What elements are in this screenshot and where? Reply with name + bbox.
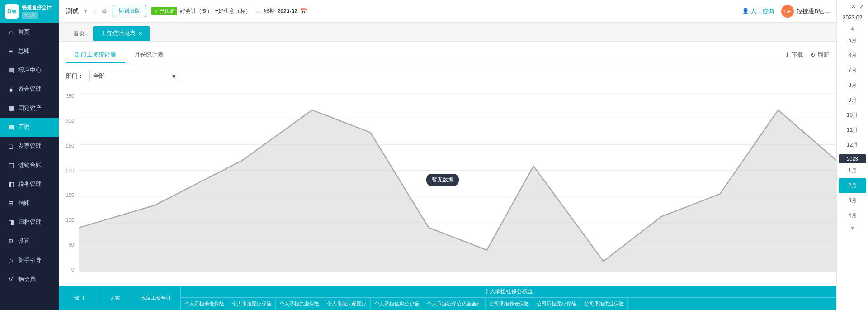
- sidebar-item-sales[interactable]: ◫ 进销台账: [0, 156, 59, 175]
- assets-icon: ▦: [7, 105, 14, 112]
- month-2023-2[interactable]: 2月: [839, 178, 866, 193]
- scroll-up-icon[interactable]: ▲: [837, 23, 868, 33]
- topbar-title: 测试: [66, 7, 79, 15]
- switch-version-button[interactable]: 切到旧版: [113, 5, 146, 17]
- tab-home[interactable]: 首页: [66, 26, 92, 41]
- sidebar-item-guide[interactable]: ▷ 新手引导: [0, 251, 59, 270]
- th-dept: 部门: [59, 286, 99, 310]
- sidebar-item-close[interactable]: ⊟ 结账: [0, 194, 59, 213]
- sales-icon: ◫: [7, 162, 14, 169]
- close-account-icon: ⊟: [7, 200, 14, 207]
- status-area: ✓ 已认证 好会计（专） +好生意（标） +... 账期 2023-02 📅: [151, 7, 307, 15]
- tax-icon: ◧: [7, 181, 14, 188]
- select-arrow-icon: ▾: [172, 73, 175, 80]
- month-8[interactable]: 8月: [837, 78, 868, 93]
- month-5[interactable]: 5月: [837, 33, 868, 48]
- th-personal-total: 个人承担社保公积金合计: [423, 298, 486, 310]
- download-icon: ⬇: [785, 52, 790, 58]
- filter-row: 部门： 全部 ▾: [59, 63, 836, 89]
- refresh-icon: ↻: [811, 52, 816, 58]
- logo-text: 畅捷通好会计 专业版: [22, 4, 52, 19]
- content-area: 部门工资统计表 月份统计表 ⬇ 下载 ↻ 刷新 部门： 全部 ▾: [59, 42, 836, 310]
- th-count: 人数: [99, 286, 131, 310]
- sidebar-item-salary[interactable]: ▤ 工资: [0, 118, 59, 137]
- scroll-down-icon[interactable]: ▼: [837, 223, 868, 233]
- sidebar-logo: 好会 畅捷通好会计 专业版: [0, 0, 59, 23]
- tab-bar: 首页 工资统计报表 ✕: [59, 23, 836, 42]
- sidebar-item-archive[interactable]: ◨ 归档管理: [0, 213, 59, 232]
- sidebar-item-reports[interactable]: ▤ 报表中心: [0, 61, 59, 80]
- month-7[interactable]: 7月: [837, 63, 868, 78]
- username-label: 轻捷通B组...: [797, 7, 829, 15]
- calendar-icon[interactable]: 📅: [300, 8, 307, 14]
- consult-link[interactable]: 👤 人工咨询: [742, 7, 774, 15]
- logo-icon: 好会: [5, 4, 19, 19]
- month-10[interactable]: 10月: [837, 108, 868, 123]
- subtab-bar: 部门工资统计表 月份统计表 ⬇ 下载 ↻ 刷新: [59, 42, 836, 63]
- panel-close-icon[interactable]: ✕: [851, 3, 856, 10]
- user-menu[interactable]: CE 轻捷通B组...: [781, 5, 829, 18]
- more-label: +...: [254, 8, 261, 14]
- sidebar-item-funds[interactable]: ◈ 资金管理: [0, 80, 59, 99]
- archive-icon: ◨: [7, 219, 14, 226]
- refresh-button[interactable]: ↻ 刷新: [811, 51, 829, 59]
- month-2023-4[interactable]: 4月: [837, 208, 868, 223]
- sidebar-item-tax[interactable]: ◧ 税务管理: [0, 175, 59, 194]
- th-personal-pension: 个人承担养老保险: [181, 298, 228, 310]
- sidebar-item-ledger[interactable]: ≡ 总账: [0, 42, 59, 61]
- plus-icon[interactable]: +: [93, 8, 96, 14]
- right-panel: ✕ ⤢ 2023.02 ▲ 5月 6月 7月 8月 9月 10月 11月 12月…: [836, 0, 868, 310]
- month-11[interactable]: 11月: [837, 123, 868, 138]
- th-group-personal-insurance: 个人承担社保公积金 个人承担养老保险 个人承担医疗保险 个人承担失业保险 个人承…: [181, 286, 836, 310]
- dropdown-arrow-icon[interactable]: ▾: [84, 8, 87, 14]
- year-2023-section: 2023: [839, 154, 866, 163]
- main-area: 测试 ▾ + ⚙ 切到旧版 ✓ 已认证 好会计（专） +好生意（标） +... …: [59, 0, 836, 310]
- y-axis: 350 300 250 200 150 100 50 0: [59, 93, 77, 272]
- th-personal-unemployment: 个人承担失业保险: [276, 298, 323, 310]
- year-label: 2023.02: [837, 13, 868, 23]
- chart-area: 350 300 250 200 150 100 50 0: [59, 89, 836, 286]
- th-total-salary: 应发工资合计: [131, 286, 181, 310]
- dept-select[interactable]: 全部 ▾: [89, 69, 179, 83]
- month-2023-3[interactable]: 3月: [837, 193, 868, 208]
- tab-close-icon[interactable]: ✕: [138, 31, 142, 37]
- sidebar-item-settings[interactable]: ⚙ 设置: [0, 232, 59, 251]
- sidebar-item-member[interactable]: V 畅会员: [0, 270, 59, 289]
- sidebar-item-home[interactable]: ⌂ 首页: [0, 23, 59, 42]
- home-icon: ⌂: [7, 29, 14, 36]
- reports-icon: ▤: [7, 67, 14, 74]
- subtab-dept[interactable]: 部门工资统计表: [66, 47, 125, 63]
- month-2023-1[interactable]: 1月: [837, 163, 868, 178]
- month-9[interactable]: 9月: [837, 93, 868, 108]
- good-business-label: +好生意（标）: [215, 7, 251, 15]
- th-company-medical: 公司承担医疗保险: [533, 298, 580, 310]
- invoice-icon: ◻: [7, 143, 14, 150]
- panel-expand-icon[interactable]: ⤢: [859, 3, 864, 10]
- svg-marker-8: [79, 110, 836, 272]
- dept-filter-label: 部门：: [66, 72, 84, 80]
- topbar-right: 👤 人工咨询 CE 轻捷通B组...: [742, 5, 829, 18]
- tab-salary-report[interactable]: 工资统计报表 ✕: [93, 26, 150, 41]
- avatar: CE: [781, 5, 794, 18]
- sidebar: 好会 畅捷通好会计 专业版 ⌂ 首页 ≡ 总账 ▤ 报表中心 ◈ 资金管理 ▦ …: [0, 0, 59, 310]
- verified-badge: ✓ 已认证: [151, 7, 177, 15]
- member-icon: V: [7, 276, 14, 283]
- th-company-pension: 公司承担养老保险: [486, 298, 533, 310]
- good-accounting-label: 好会计（专）: [180, 7, 212, 15]
- topbar: 测试 ▾ + ⚙ 切到旧版 ✓ 已认证 好会计（专） +好生意（标） +... …: [59, 0, 836, 23]
- subtab-monthly[interactable]: 月份统计表: [125, 47, 173, 63]
- sidebar-item-assets[interactable]: ▦ 固定资产: [0, 99, 59, 118]
- guide-icon: ▷: [7, 257, 14, 264]
- funds-icon: ◈: [7, 86, 14, 93]
- sidebar-item-invoice[interactable]: ◻ 发票管理: [0, 137, 59, 156]
- no-data-tooltip: 暂无数据: [426, 174, 459, 186]
- th-personal-major-medical: 个人承担大额医疗: [323, 298, 371, 310]
- th-company-unemployment: 公司承担失业保险: [580, 298, 628, 310]
- subtab-actions: ⬇ 下载 ↻ 刷新: [785, 51, 829, 59]
- month-6[interactable]: 6月: [837, 48, 868, 63]
- th-personal-medical: 个人承担医疗保险: [228, 298, 276, 310]
- download-button[interactable]: ⬇ 下载: [785, 51, 803, 59]
- ledger-icon: ≡: [7, 48, 14, 55]
- month-12[interactable]: 12月: [837, 138, 868, 153]
- settings-icon[interactable]: ⚙: [102, 8, 107, 14]
